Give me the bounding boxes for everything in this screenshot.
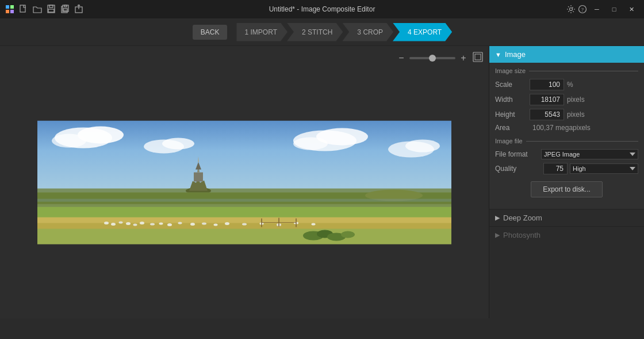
height-row: Height 5543 pixels	[495, 109, 638, 120]
deep-zoom-chevron: ▶	[495, 214, 500, 222]
scale-value[interactable]: 100	[530, 79, 564, 90]
image-section-chevron: ▼	[495, 51, 501, 58]
deep-zoom-section: ▶ Deep Zoom	[489, 209, 644, 226]
image-section-header[interactable]: ▼ Image	[489, 46, 644, 63]
settings-icon[interactable]	[566, 4, 576, 14]
deep-zoom-title: Deep Zoom	[503, 214, 542, 222]
step-stitch[interactable]: 2 STITCH	[287, 23, 343, 41]
svg-point-22	[52, 134, 86, 147]
svg-point-49	[150, 223, 155, 225]
svg-point-50	[159, 222, 163, 224]
svg-point-51	[167, 223, 172, 226]
svg-point-44	[111, 223, 116, 226]
canvas-area[interactable]: − +	[0, 46, 489, 318]
photosynth-section: ▶ Photosynth	[489, 226, 644, 243]
svg-point-27	[293, 137, 328, 150]
svg-rect-6	[49, 5, 53, 7]
steps-container: 1 IMPORT 2 STITCH 3 CROP 4 EXPORT	[236, 23, 451, 41]
restore-button[interactable]: □	[606, 3, 622, 15]
titlebar-left	[5, 4, 84, 14]
export-icon[interactable]	[74, 4, 84, 14]
svg-point-47	[133, 223, 137, 226]
image-size-label: Image size	[495, 67, 638, 74]
svg-point-61	[312, 223, 316, 225]
zoom-slider[interactable]	[409, 57, 455, 59]
svg-point-57	[242, 223, 247, 225]
svg-rect-2	[6, 10, 9, 13]
photosynth-header[interactable]: ▶ Photosynth	[489, 227, 644, 243]
zoom-out-button[interactable]: −	[396, 53, 407, 63]
new-icon[interactable]	[18, 4, 29, 14]
image-file-label: Image file	[495, 138, 638, 144]
svg-point-29	[405, 139, 440, 152]
open-folder-icon[interactable]	[32, 4, 43, 14]
step-navigation: BACK 1 IMPORT 2 STITCH 3 CROP 4 EXPORT	[0, 18, 644, 46]
file-format-select[interactable]: JPEG Image PNG Image TIFF Image	[541, 149, 638, 159]
step-crop[interactable]: 3 CROP	[342, 23, 393, 41]
zoom-controls: − +	[396, 52, 483, 64]
titlebar: Untitled* - Image Composite Editor ? ─ □…	[0, 0, 644, 18]
width-value[interactable]: 18107	[530, 94, 564, 105]
scale-row: Scale 100 %	[495, 79, 638, 90]
scale-label: Scale	[495, 81, 530, 89]
svg-point-45	[119, 221, 123, 223]
svg-point-48	[140, 222, 144, 224]
width-unit: pixels	[567, 96, 585, 104]
height-unit: pixels	[567, 111, 585, 119]
svg-point-56	[225, 222, 229, 225]
panorama-image	[37, 120, 451, 244]
zoom-fit-button[interactable]	[473, 52, 483, 64]
svg-rect-33	[194, 172, 203, 181]
svg-point-24	[162, 138, 194, 149]
scale-unit: %	[567, 81, 573, 89]
svg-text:?: ?	[581, 7, 584, 13]
window-controls[interactable]: ? ─ □ ✕	[566, 3, 639, 15]
svg-point-46	[126, 222, 131, 225]
svg-point-69	[341, 231, 355, 238]
svg-point-52	[178, 222, 182, 224]
svg-rect-18	[475, 54, 481, 60]
area-row: Area 100,37 megapixels	[495, 124, 638, 132]
svg-rect-17	[473, 52, 482, 62]
app-icon	[5, 4, 15, 14]
right-panel: ▼ Image Image size Scale 100 % Width 181…	[489, 46, 644, 318]
file-format-row: File format JPEG Image PNG Image TIFF Im…	[495, 149, 638, 159]
close-button[interactable]: ✕	[623, 3, 639, 15]
svg-point-55	[214, 223, 218, 226]
export-to-disk-button[interactable]: Export to disk...	[531, 181, 603, 197]
save-icon[interactable]	[46, 4, 56, 14]
quality-level-select[interactable]: Low Medium High Very High Maximum	[570, 163, 638, 174]
image-section-title: Image	[505, 50, 526, 59]
quality-number[interactable]: 75	[543, 163, 568, 174]
svg-point-54	[202, 222, 206, 224]
quality-label: Quality	[495, 165, 541, 173]
quality-row: Quality 75 Low Medium High Very High Max…	[495, 163, 638, 174]
svg-rect-71	[37, 199, 451, 201]
zoom-in-button[interactable]: +	[458, 53, 469, 63]
svg-rect-1	[10, 5, 14, 9]
save-all-icon[interactable]	[60, 4, 70, 14]
minimize-button[interactable]: ─	[589, 3, 605, 15]
svg-rect-7	[48, 9, 54, 12]
zoom-thumb	[429, 55, 436, 62]
main-area: − +	[0, 46, 644, 318]
back-button[interactable]: BACK	[193, 25, 228, 40]
svg-point-14	[570, 8, 573, 11]
deep-zoom-header[interactable]: ▶ Deep Zoom	[489, 210, 644, 226]
svg-point-43	[104, 222, 109, 224]
step-import[interactable]: 1 IMPORT	[236, 23, 287, 41]
help-icon[interactable]: ?	[577, 4, 588, 14]
step-export[interactable]: 4 EXPORT	[393, 23, 452, 41]
svg-point-53	[190, 223, 195, 226]
landscape-svg	[37, 120, 451, 244]
area-value: 100,37 megapixels	[532, 124, 591, 132]
height-value[interactable]: 5543	[530, 109, 564, 120]
photosynth-chevron: ▶	[495, 231, 500, 239]
height-label: Height	[495, 111, 530, 119]
window-title: Untitled* - Image Composite Editor	[269, 5, 375, 13]
image-section-body: Image size Scale 100 % Width 18107 pixel…	[489, 63, 644, 209]
photosynth-title: Photosynth	[503, 231, 540, 239]
width-row: Width 18107 pixels	[495, 94, 638, 105]
svg-rect-4	[20, 5, 25, 12]
file-format-label: File format	[495, 150, 541, 158]
